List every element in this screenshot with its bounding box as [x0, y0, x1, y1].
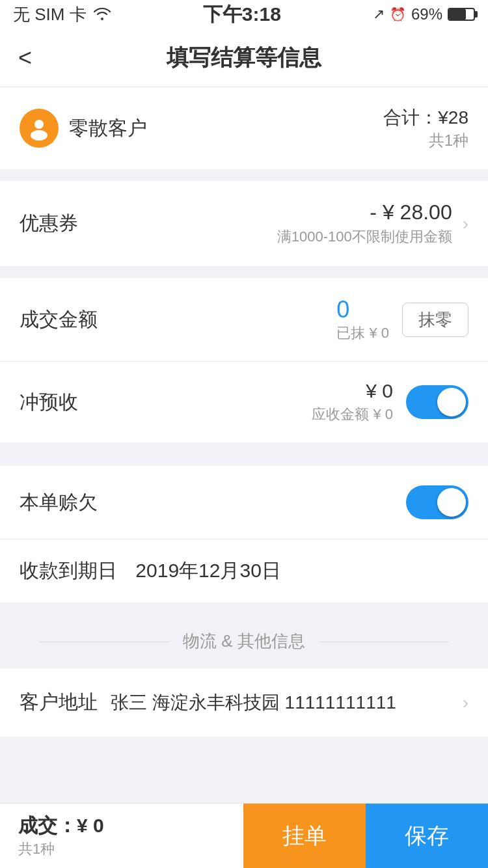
- address-chevron-icon: ›: [463, 692, 468, 713]
- address-section[interactable]: 客户地址 张三 海淀永丰科技园 11111111111 ›: [0, 668, 488, 737]
- credit-section: 本单赊欠 收款到期日 2019年12月30日: [0, 466, 488, 603]
- credit-toggle[interactable]: [406, 485, 468, 519]
- prepay-label: 冲预收: [20, 389, 78, 416]
- transaction-value: 0: [336, 296, 389, 323]
- svg-point-1: [31, 130, 47, 141]
- prepay-values: ¥ 0 应收金额 ¥ 0: [312, 380, 393, 424]
- svg-point-0: [34, 120, 44, 129]
- hold-button[interactable]: 挂单: [243, 804, 366, 868]
- bottom-count: 共1种: [18, 839, 225, 859]
- bottom-bar: 成交：¥ 0 共1种 挂单 保存: [0, 803, 488, 868]
- back-button[interactable]: <: [18, 44, 32, 72]
- chevron-right-icon: ›: [463, 213, 468, 234]
- due-date-value: 2019年12月30日: [135, 560, 280, 581]
- round-button[interactable]: 抹零: [402, 303, 468, 337]
- due-date-row: 收款到期日 2019年12月30日: [0, 539, 488, 603]
- due-date-label: 收款到期日: [20, 560, 117, 581]
- bottom-trans-label: 成交：: [18, 815, 77, 836]
- coupon-sub: 满1000-100不限制使用金额: [277, 227, 452, 247]
- logistics-label: 物流 & 其他信息: [170, 631, 318, 651]
- address-value: 张三 海淀永丰科技园 11111111111: [111, 690, 463, 715]
- prepay-sub: 应收金额 ¥ 0: [312, 405, 393, 424]
- page-title: 填写结算等信息: [167, 43, 321, 73]
- transaction-right: 0 已抹 ¥ 0 抹零: [336, 296, 468, 343]
- transaction-section: 成交金额 0 已抹 ¥ 0 抹零 冲预收 ¥ 0 应收金额 ¥ 0: [0, 278, 488, 442]
- credit-label: 本单赊欠: [20, 489, 98, 516]
- toggle-knob: [437, 388, 466, 416]
- address-label: 客户地址: [20, 689, 98, 716]
- customer-name: 零散客户: [69, 115, 147, 142]
- status-time: 下午3:18: [203, 1, 281, 28]
- bottom-info: 成交：¥ 0 共1种: [0, 804, 243, 868]
- prepay-row: 冲预收 ¥ 0 应收金额 ¥ 0: [0, 362, 488, 442]
- bottom-total: 成交：¥ 0: [18, 813, 225, 839]
- bottom-trans-value: ¥ 0: [77, 815, 104, 836]
- customer-right: 合计：¥28 共1种: [383, 105, 468, 151]
- coupon-amount: - ¥ 28.00: [277, 200, 452, 224]
- customer-section: 零散客户 合计：¥28 共1种: [0, 87, 488, 169]
- transaction-label: 成交金额: [20, 306, 98, 333]
- transaction-row: 成交金额 0 已抹 ¥ 0 抹零: [0, 278, 488, 362]
- nav-bar: < 填写结算等信息: [0, 29, 488, 87]
- alarm-icon: ⏰: [390, 7, 406, 22]
- status-right: ↗ ⏰ 69%: [373, 5, 475, 23]
- divider-2: [0, 603, 488, 614]
- customer-left: 零散客户: [20, 109, 147, 148]
- credit-toggle-knob: [437, 488, 466, 517]
- logistics-header: 物流 & 其他信息: [0, 614, 488, 668]
- wifi-icon: [93, 5, 111, 25]
- coupon-row[interactable]: 优惠券 - ¥ 28.00 满1000-100不限制使用金额 ›: [0, 181, 488, 266]
- prepay-right: ¥ 0 应收金额 ¥ 0: [312, 380, 468, 424]
- total-count: 共1种: [383, 130, 468, 151]
- status-left: 无 SIM 卡: [13, 3, 111, 26]
- battery-icon: [448, 8, 475, 21]
- battery-percent: 69%: [411, 5, 442, 23]
- save-button[interactable]: 保存: [366, 804, 488, 868]
- credit-row: 本单赊欠: [0, 466, 488, 539]
- total-amount: 合计：¥28: [383, 105, 468, 130]
- transaction-sub: 已抹 ¥ 0: [336, 323, 389, 343]
- carrier-text: 无 SIM 卡: [13, 3, 87, 26]
- customer-avatar: [20, 109, 59, 148]
- address-row[interactable]: 客户地址 张三 海淀永丰科技园 11111111111 ›: [0, 668, 488, 737]
- status-bar: 无 SIM 卡 下午3:18 ↗ ⏰ 69%: [0, 0, 488, 29]
- coupon-label: 优惠券: [20, 210, 78, 237]
- location-icon: ↗: [373, 6, 385, 23]
- prepay-toggle[interactable]: [406, 385, 468, 419]
- coupon-section[interactable]: 优惠券 - ¥ 28.00 满1000-100不限制使用金额 ›: [0, 181, 488, 266]
- customer-row: 零散客户 合计：¥28 共1种: [0, 87, 488, 169]
- divider-1: [0, 454, 488, 466]
- coupon-right: - ¥ 28.00 满1000-100不限制使用金额 ›: [277, 200, 468, 247]
- prepay-main: ¥ 0: [312, 380, 393, 402]
